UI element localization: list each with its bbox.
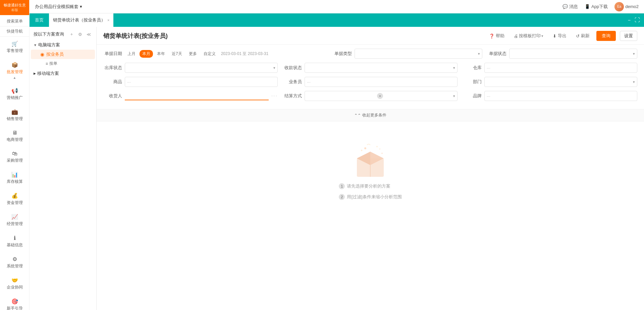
date-tab-more[interactable]: 更多 [186, 50, 200, 58]
sidebar-item-purchase[interactable]: 🛍 采购管理 [0, 147, 29, 167]
message-button[interactable]: 💬 消息 [562, 4, 578, 10]
salesperson-dots: ··· [307, 80, 311, 85]
sidebar-item-newuser[interactable]: 🎯 新手引导 [0, 294, 29, 310]
left-panel-header: 按以下方案查询 ＋ ⚙ ≪ [30, 31, 96, 40]
doc-status-select[interactable]: ▾ [509, 49, 637, 59]
out-status-select[interactable]: ▾ [125, 63, 278, 73]
empty-hint-2: 2 用[过滤]条件来缩小分析范围 [339, 193, 401, 201]
left-panel: 按以下方案查询 ＋ ⚙ ≪ ▼ 电脑端方案 ◉ 按业务员 [30, 27, 97, 310]
brand-select[interactable]: ··· [484, 91, 637, 101]
sidebar-item-enterprise[interactable]: 🤝 企业协同 [0, 273, 29, 294]
empty-num-2: 2 [339, 194, 345, 200]
consignee-input[interactable] [125, 92, 269, 100]
avatar: Ea [614, 2, 624, 11]
finance-icon: 💰 [11, 193, 18, 199]
sidebar-item-wholesale[interactable]: 📦 批发管理 ▲ [0, 58, 29, 84]
sidebar-item-system[interactable]: ⚙ 系统管理 [0, 252, 29, 273]
consignee-dots[interactable]: ··· [271, 93, 278, 99]
payment-method-clear-button[interactable]: × [377, 93, 383, 99]
sidebar-item-finance[interactable]: 💰 资金管理 [0, 189, 29, 210]
scheme-settings-button[interactable]: ⚙ [77, 31, 84, 38]
print-icon: 🖨 [514, 34, 518, 39]
export-label: 导出 [558, 33, 567, 39]
brand-filter: 品牌 ··· [463, 91, 637, 101]
payment-method-select[interactable]: × ▾ [305, 91, 458, 101]
collapse-panel-button[interactable]: ≪ [86, 31, 92, 38]
salesperson-select[interactable]: ··· [305, 77, 458, 87]
tab-close-button[interactable]: × [107, 18, 109, 22]
date-tab-this-month[interactable]: 本月 [140, 50, 153, 58]
tab-maximize-button[interactable]: ⛶ [635, 17, 640, 23]
marketing-icon: 📢 [11, 88, 18, 94]
tab-active[interactable]: 销货单统计表（按业务员） × [49, 13, 113, 27]
mobile-group-header[interactable]: ▶ 移动端方案 [31, 69, 95, 78]
warehouse-label: 仓库 [463, 65, 482, 71]
doc-status-filter: 单据状态 ▾ [488, 49, 637, 59]
right-content: 销货单统计表(按业务员) ❓ 帮助 🖨 按模板打印 ▾ ⬇ 导出 [97, 27, 644, 310]
svg-point-4 [364, 147, 366, 149]
industry-selector[interactable]: 办公用品行业模拟账套 ▾ [35, 4, 82, 10]
user-menu[interactable]: Ea demo2 [614, 2, 639, 11]
empty-num-1: 1 [339, 183, 345, 189]
date-tabs: 上月 本月 本年 近7天 更多 自定义 [125, 50, 218, 58]
collapse-button[interactable]: ⌃⌃ 收起更多条件 [351, 111, 390, 119]
tabbar-right-controls: － ⛶ [627, 17, 644, 24]
doc-type-select[interactable]: ▾ [355, 49, 483, 59]
tree-item-by-order[interactable]: ≡ 按单 [31, 59, 95, 68]
sidebar-item-ecommerce[interactable]: 🖥 电商管理 [0, 126, 29, 147]
newuser-icon: 🎯 [11, 298, 18, 305]
tab-home[interactable]: 首页 [30, 13, 49, 27]
doc-type-filter: 单据类型 ▾ [333, 49, 483, 59]
filter-row-1: 单据日期 上月 本月 本年 近7天 更多 自定义 2023-03-01 至 20… [103, 49, 637, 59]
inventory-icon: 📊 [11, 171, 18, 178]
date-tab-last-7-days[interactable]: 近7天 [169, 50, 185, 58]
retail-icon: 🛒 [11, 41, 18, 47]
date-tab-custom[interactable]: 自定义 [201, 50, 218, 58]
help-icon: ❓ [489, 34, 494, 39]
marketing-label: 营销推广 [7, 95, 23, 101]
page-title: 销货单统计表(按业务员) [103, 32, 168, 40]
collapse-bar: ⌃⌃ 收起更多条件 [97, 109, 644, 121]
tab-minimize-button[interactable]: － [627, 17, 632, 24]
tabbar: 首页 销货单统计表（按业务员） × － ⛶ [30, 13, 644, 27]
page-header: 销货单统计表(按业务员) ❓ 帮助 🖨 按模板打印 ▾ ⬇ 导出 [97, 27, 644, 45]
svg-text:✦: ✦ [379, 148, 381, 151]
sidebar-item-sales[interactable]: 💼 销售管理 [0, 105, 29, 126]
desktop-group-expand-icon: ▼ [34, 43, 37, 47]
query-button[interactable]: 查询 [596, 31, 616, 41]
refresh-button[interactable]: ↺ 刷新 [573, 32, 592, 40]
inventory-label: 库存核算 [7, 179, 23, 185]
warehouse-select[interactable]: ··· [484, 63, 637, 73]
consignee-label: 收货人 [103, 93, 122, 99]
quick-nav[interactable]: 快捷导航 [0, 27, 29, 37]
export-button[interactable]: ⬇ 导出 [550, 32, 569, 40]
sidebar-item-marketing[interactable]: 📢 营销推广 [0, 84, 29, 105]
sales-label: 销售管理 [7, 116, 23, 122]
app-logo[interactable]: 畅捷通好生意 标版 [0, 0, 29, 15]
help-button[interactable]: ❓ 帮助 [486, 32, 507, 40]
date-tab-this-year[interactable]: 本年 [154, 50, 168, 58]
sidebar-item-basics[interactable]: ℹ 基础信息 [0, 231, 29, 252]
sidebar-item-retail[interactable]: 🛒 零售管理 [0, 37, 29, 58]
date-tab-last-month[interactable]: 上月 [125, 50, 138, 58]
print-button[interactable]: 🖨 按模板打印 ▾ [511, 32, 546, 40]
app-download-button[interactable]: 📱 App下载 [585, 4, 608, 10]
retail-label: 零售管理 [7, 48, 23, 54]
tree-section: ▼ 电脑端方案 ◉ 按业务员 ≡ 按单 ▶ 移动端方案 [30, 40, 96, 78]
date-filter: 单据日期 上月 本月 本年 近7天 更多 自定义 2023-03-01 至 20… [103, 50, 328, 58]
receipt-status-select[interactable]: ▾ [305, 63, 458, 73]
sales-icon: 💼 [11, 109, 18, 115]
print-arrow-icon: ▾ [541, 34, 543, 38]
ecommerce-label: 电商管理 [7, 137, 23, 143]
add-scheme-button[interactable]: ＋ [68, 31, 75, 38]
tree-item-by-salesperson[interactable]: ◉ 按业务员 [31, 50, 95, 59]
goods-select[interactable]: ··· [125, 77, 278, 87]
sidebar-item-inventory[interactable]: 📊 库存核算 [0, 167, 29, 189]
sidebar-item-operations[interactable]: 📈 经营管理 [0, 210, 29, 231]
dept-select[interactable]: ▾ [484, 77, 637, 87]
purchase-icon: 🛍 [12, 151, 17, 157]
basics-label: 基础信息 [7, 242, 23, 248]
search-menu[interactable]: 搜索菜单 [0, 15, 29, 27]
settings-button[interactable]: 设置 [620, 31, 637, 41]
desktop-group-header[interactable]: ▼ 电脑端方案 [31, 40, 95, 50]
